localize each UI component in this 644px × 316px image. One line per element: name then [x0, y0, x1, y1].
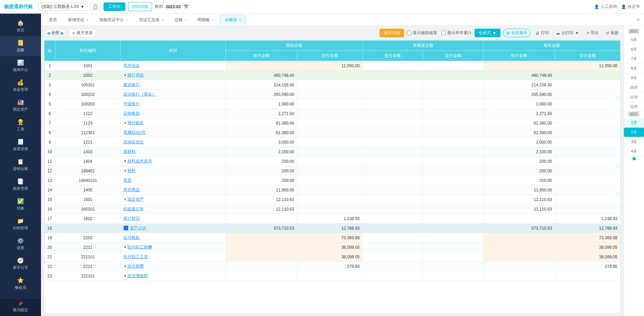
- sidebar-item-sales[interactable]: 📋 进销台账: [0, 155, 41, 175]
- row-name[interactable]: ▼预付账款: [121, 118, 225, 128]
- subject-link[interactable]: 银行存款: [127, 73, 144, 77]
- month-7[interactable]: 7月: [624, 54, 644, 64]
- refresh-button[interactable]: ↺ 刷新: [604, 29, 621, 37]
- row-name[interactable]: ▼银行存款: [121, 71, 225, 80]
- row-name[interactable]: 应付账款: [121, 233, 225, 243]
- tab-smart-verify-close[interactable]: ×: [126, 18, 128, 22]
- user-profile[interactable]: 👤 徐淀华: [621, 4, 640, 10]
- row-name[interactable]: 其他应收款: [121, 138, 225, 147]
- subject-link[interactable]: 预付账款: [127, 120, 144, 125]
- sidebar-item-home[interactable]: 🏠 首页: [0, 16, 41, 36]
- sidebar-item-reports[interactable]: 📊 报表中心: [0, 56, 41, 76]
- row-name[interactable]: 库存现金: [121, 61, 225, 71]
- sidebar-item-member[interactable]: ⭐ 畅会员: [0, 274, 41, 293]
- month-10[interactable]: 10月: [624, 83, 644, 92]
- subject-link[interactable]: 建设银行: [123, 82, 140, 87]
- month-3[interactable]: 3月: [624, 137, 644, 147]
- tab-home[interactable]: 首页: [44, 15, 62, 25]
- show-aux-check[interactable]: 显示辅助核算: [407, 30, 437, 36]
- row-name[interactable]: ▼固定资产: [121, 195, 225, 204]
- unpin-button[interactable]: 📌 取消固定: [0, 298, 41, 316]
- month-11[interactable]: 11月: [624, 92, 644, 102]
- subject-link[interactable]: 惠属EU公司: [123, 130, 146, 135]
- tab-new-voucher[interactable]: 新增凭证 ×: [63, 15, 94, 25]
- month-12[interactable]: 12月: [624, 102, 644, 112]
- subject-link[interactable]: 库存商品: [123, 187, 140, 192]
- subject-link[interactable]: 固定资产: [127, 197, 144, 202]
- tab-bar-close-button[interactable]: ×: [635, 17, 641, 23]
- filter-arrow-left[interactable]: ◀: [47, 31, 50, 35]
- subject-link[interactable]: 应收账款: [123, 111, 140, 116]
- subject-link[interactable]: 起提基记本: [123, 206, 144, 211]
- sidebar-item-settlement[interactable]: ✅ 结账: [0, 195, 41, 214]
- row-name[interactable]: 起提基记本: [121, 204, 225, 214]
- row-name[interactable]: 原材料: [121, 147, 225, 157]
- sidebar-item-archive[interactable]: 📁 归档管理: [0, 214, 41, 234]
- sidebar-item-tax[interactable]: 📑 税务管理: [0, 175, 41, 195]
- subject-link[interactable]: 其他应收款: [123, 140, 144, 144]
- sidebar-item-settings[interactable]: ⚙️ 设置: [0, 234, 41, 254]
- workbench-button[interactable]: 工作台: [104, 2, 125, 11]
- subject-link[interactable]: 壹蛋: [123, 178, 132, 183]
- month-2[interactable]: 2月: [624, 128, 644, 137]
- subject-link[interactable]: 库存现金: [123, 63, 140, 68]
- show-ytd-check[interactable]: 显示本年累计: [441, 30, 472, 36]
- subject-link[interactable]: 农业银行（黄金）: [123, 92, 156, 97]
- tab-new-voucher-close[interactable]: ×: [86, 18, 88, 22]
- tab-detail-ledger[interactable]: 明细账 ×: [192, 15, 219, 25]
- row-name[interactable]: 惠属EU公司: [121, 128, 225, 138]
- tab-smart-verify[interactable]: 智能凭证中心 ×: [94, 15, 133, 25]
- tab-balance[interactable]: 余额表 ×: [220, 15, 246, 25]
- subject-link[interactable]: 累计折旧: [123, 216, 140, 221]
- user-service-link[interactable]: 👤 人工咨询: [594, 4, 617, 10]
- sidebar-item-assets[interactable]: 💰 资金管理: [0, 76, 41, 96]
- tab-general-ledger-close[interactable]: ×: [185, 18, 187, 22]
- month-8[interactable]: 8月: [624, 64, 644, 73]
- sidebar-item-ledger[interactable]: 📒 总账: [0, 36, 41, 56]
- subject-link[interactable]: 应交增值税: [127, 273, 148, 278]
- tab-voucher-summary[interactable]: 凭证汇总表 ×: [134, 15, 169, 25]
- subject-link[interactable]: 中国银行: [123, 101, 140, 106]
- show-ytd-checkbox[interactable]: [441, 31, 446, 35]
- row-name[interactable]: 应收账款: [121, 109, 225, 118]
- month-4[interactable]: 4月: [624, 147, 644, 156]
- subject-link[interactable]: 资产小计: [130, 226, 146, 230]
- row-name[interactable]: 农业银行（黄金）: [121, 90, 225, 99]
- subject-link[interactable]: 应交税费: [127, 264, 144, 269]
- month-6[interactable]: 6月: [624, 45, 644, 54]
- copy-button[interactable]: 📋: [90, 3, 101, 10]
- subject-link[interactable]: 原材料: [123, 149, 136, 154]
- sidebar-item-invoice[interactable]: 🧾 发票管理: [0, 135, 41, 155]
- subject-link[interactable]: 材料: [127, 168, 136, 173]
- print-button[interactable]: 🖨 打印: [533, 29, 551, 37]
- row-name[interactable]: 中国银行: [121, 99, 225, 109]
- row-name[interactable]: ▼应交增值税: [121, 271, 225, 281]
- toggle-expand-button[interactable]: ⊞ 全部展开: [503, 29, 531, 37]
- sidebar-item-hr[interactable]: 👷 工资: [0, 115, 41, 135]
- subject-link[interactable]: 材料成本差异: [127, 159, 152, 163]
- row-name[interactable]: 库存商品: [121, 185, 225, 195]
- row-name[interactable]: ▼应交税费: [121, 262, 225, 271]
- expand-more-button[interactable]: ∨ 展开更多: [69, 29, 96, 37]
- row-name[interactable]: ▼材料: [121, 166, 225, 176]
- tab-detail-ledger-close[interactable]: ×: [212, 18, 214, 22]
- company-selector[interactable]: (劣副) 江西股圣-LSS ▼: [38, 3, 87, 11]
- tab-voucher-summary-close[interactable]: ×: [162, 18, 164, 22]
- sidebar-item-fixed[interactable]: 🏭 固定资产: [0, 96, 41, 115]
- calendar-icon[interactable]: 📅: [183, 4, 189, 9]
- cloud-print-button[interactable]: ☁ 云打印 ▼: [554, 29, 581, 37]
- subject-link[interactable]: 应付账款: [123, 235, 140, 240]
- return-old-button[interactable]: 返回旧版: [380, 29, 404, 37]
- row-name[interactable]: ▼应付职工薪酬: [121, 243, 225, 252]
- row-name[interactable]: 壹蛋: [121, 176, 225, 185]
- filter-all-tag[interactable]: ◀ 全部 ▶: [44, 29, 67, 37]
- row-name[interactable]: ▼材料成本差异: [121, 157, 225, 166]
- subject-link[interactable]: 应付职工薪酬: [127, 245, 152, 249]
- row-name[interactable]: 应付职工工资: [121, 252, 225, 262]
- subject-link[interactable]: 应付职工工资: [123, 254, 148, 259]
- row-name[interactable]: 建设银行: [121, 80, 225, 90]
- export-button[interactable]: ↗ 导出: [584, 29, 601, 37]
- month-9[interactable]: 9月: [624, 73, 644, 83]
- settings-col-header[interactable]: ⚙: [44, 41, 55, 61]
- row-name[interactable]: 🟦 资产小计: [121, 224, 225, 233]
